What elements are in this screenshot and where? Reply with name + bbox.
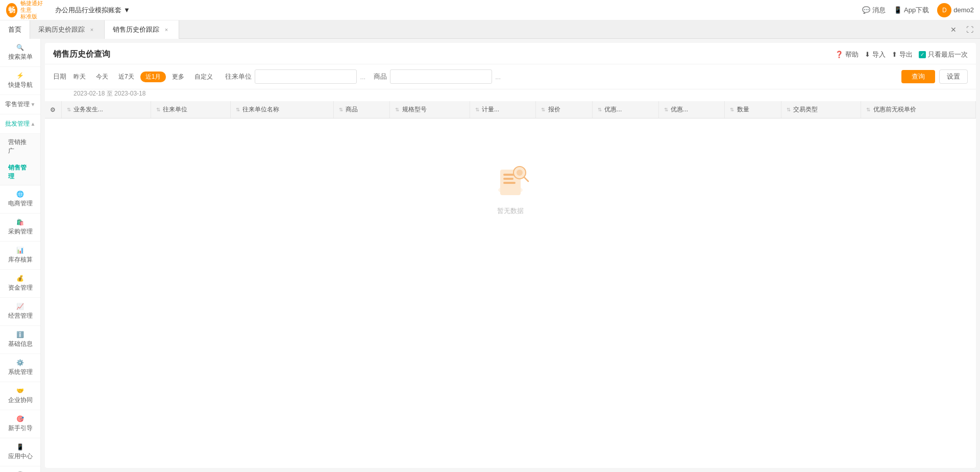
empty-state: 暂无数据 bbox=[45, 119, 976, 256]
message-button[interactable]: 💬 消息 bbox=[862, 6, 886, 15]
data-table: ⚙ ⇅ 业务发生... ⇅ 往来单位 ⇅ bbox=[45, 101, 976, 119]
search-icon: 🔍 bbox=[16, 44, 24, 51]
table-header: ⚙ ⇅ 业务发生... ⇅ 往来单位 ⇅ bbox=[45, 101, 976, 119]
th-partner-name[interactable]: ⇅ 往来单位名称 bbox=[230, 101, 333, 119]
logo-icon: 畅 bbox=[6, 3, 17, 17]
th-discount2[interactable]: ⇅ 优惠... bbox=[658, 101, 725, 119]
tab-bar-actions: ✕ ⛶ bbox=[947, 23, 980, 36]
sidebar-item-ecommerce[interactable]: 🌐 电商管理 bbox=[0, 185, 40, 214]
sidebar-item-quick-nav[interactable]: ⚡ 快捷导航 bbox=[0, 67, 40, 95]
gear-icon: ⚙ bbox=[50, 106, 56, 113]
sidebar-item-wechat[interactable]: 💬 企业微信 bbox=[0, 466, 40, 472]
logo-area: 畅 畅捷通好生意 标准版 bbox=[6, 0, 47, 20]
product-filter-label: 商品 bbox=[374, 72, 387, 81]
help-button[interactable]: ❓ 帮助 bbox=[835, 50, 859, 59]
basic-info-icon: ℹ️ bbox=[16, 331, 24, 338]
th-product[interactable]: ⇅ 商品 bbox=[333, 101, 390, 119]
tab-close-sales[interactable]: × bbox=[162, 26, 170, 34]
sidebar-item-search[interactable]: 🔍 搜索菜单 bbox=[0, 39, 40, 67]
page-content: 销售历史价查询 ❓ 帮助 ⬇ 导入 ⬆ 导出 ✓ bbox=[45, 43, 976, 468]
wholesale-submenu: 营销推广 销售管理 bbox=[0, 134, 40, 185]
export-icon: ⬆ bbox=[892, 51, 897, 58]
close-all-tabs-button[interactable]: ✕ bbox=[947, 23, 960, 36]
sidebar-item-wholesale[interactable]: 批发管理 ▲ bbox=[0, 114, 40, 134]
sort-icon: ⇅ bbox=[475, 107, 479, 112]
download-icon: 📱 bbox=[894, 6, 902, 14]
date-range-text: 2023-02-18 至 2023-03-18 bbox=[74, 90, 145, 97]
sidebar-item-purchase[interactable]: 🛍️ 采购管理 bbox=[0, 214, 40, 242]
industry-selector[interactable]: 办公用品行业模拟账套 ▼ bbox=[51, 4, 134, 17]
only-last-checkbox[interactable]: ✓ 只看最后一次 bbox=[919, 50, 968, 59]
sort-icon: ⇅ bbox=[156, 107, 160, 112]
sidebar-item-finance[interactable]: 💰 资金管理 bbox=[0, 270, 40, 298]
date-btn-yesterday[interactable]: 昨天 bbox=[69, 72, 90, 82]
tab-home[interactable]: 首页 bbox=[0, 20, 30, 39]
partner-dots[interactable]: ... bbox=[360, 73, 365, 81]
import-button[interactable]: ⬇ 导入 bbox=[865, 50, 886, 59]
enterprise-icon: 🤝 bbox=[16, 387, 24, 394]
table-header-row: ⚙ ⇅ 业务发生... ⇅ 往来单位 ⇅ bbox=[45, 101, 976, 119]
tab-purchase-history[interactable]: 采购历史价跟踪 × bbox=[30, 20, 105, 39]
th-spec[interactable]: ⇅ 规格型号 bbox=[390, 101, 470, 119]
date-btn-1month[interactable]: 近1月 bbox=[140, 72, 166, 82]
system-icon: ⚙️ bbox=[16, 359, 24, 366]
finance-icon: 💰 bbox=[16, 275, 24, 282]
user-menu[interactable]: D demo2 bbox=[937, 3, 974, 17]
partner-filter-group: 往来单位 ... bbox=[225, 69, 365, 84]
sidebar-item-marketing[interactable]: 营销推广 bbox=[0, 134, 40, 159]
message-icon: 💬 bbox=[862, 6, 870, 14]
sidebar-item-newbie[interactable]: 🎯 新手引导 bbox=[0, 410, 40, 438]
help-icon: ❓ bbox=[835, 51, 843, 58]
sidebar-item-retail[interactable]: 零售管理 ▼ bbox=[0, 95, 40, 114]
sidebar-item-enterprise[interactable]: 🤝 企业协同 bbox=[0, 382, 40, 410]
sort-icon: ⇅ bbox=[67, 107, 71, 112]
date-btn-today[interactable]: 今天 bbox=[92, 72, 112, 82]
purchase-icon: 🛍️ bbox=[16, 219, 24, 226]
date-btn-more[interactable]: 更多 bbox=[168, 72, 188, 82]
operations-icon: 📈 bbox=[16, 303, 24, 310]
tab-close-purchase[interactable]: × bbox=[88, 26, 96, 34]
th-unit[interactable]: ⇅ 计量... bbox=[470, 101, 536, 119]
filter-right-actions: 查询 设置 bbox=[901, 69, 968, 84]
chevron-down-icon: ▼ bbox=[31, 102, 36, 107]
date-buttons: 昨天 今天 近7天 近1月 更多 自定义 bbox=[69, 72, 217, 82]
query-button[interactable]: 查询 bbox=[901, 70, 935, 83]
inventory-icon: 📊 bbox=[16, 247, 24, 254]
sidebar-item-system[interactable]: ⚙️ 系统管理 bbox=[0, 354, 40, 382]
sidebar-item-app-center[interactable]: 📱 应用中心 bbox=[0, 438, 40, 466]
th-settings[interactable]: ⚙ bbox=[45, 101, 61, 119]
app-download-button[interactable]: 📱 App下载 bbox=[894, 6, 929, 15]
th-pre-tax-price[interactable]: ⇅ 优惠前无税单价 bbox=[861, 101, 976, 119]
partner-input[interactable] bbox=[255, 69, 357, 84]
sidebar-item-sales-mgmt[interactable]: 销售管理 bbox=[0, 159, 40, 185]
main-layout: 🔍 搜索菜单 ⚡ 快捷导航 零售管理 ▼ 批发管理 ▲ 营销推广 销售管理 🌐 … bbox=[0, 39, 980, 472]
th-quote[interactable]: ⇅ 报价 bbox=[536, 101, 593, 119]
date-btn-7days[interactable]: 近7天 bbox=[114, 72, 138, 82]
maximize-button[interactable]: ⛶ bbox=[964, 23, 976, 36]
filter-settings-button[interactable]: 设置 bbox=[939, 69, 968, 84]
date-btn-custom[interactable]: 自定义 bbox=[190, 72, 217, 82]
sort-icon: ⇅ bbox=[664, 107, 668, 112]
quick-nav-icon: ⚡ bbox=[16, 72, 24, 79]
svg-point-6 bbox=[517, 170, 523, 176]
sort-icon: ⇅ bbox=[395, 107, 399, 112]
th-partner-code[interactable]: ⇅ 往来单位 bbox=[151, 101, 230, 119]
sidebar-item-basic-info[interactable]: ℹ️ 基础信息 bbox=[0, 326, 40, 354]
page-header: 销售历史价查询 ❓ 帮助 ⬇ 导入 ⬆ 导出 ✓ bbox=[45, 43, 976, 64]
product-input[interactable] bbox=[390, 69, 492, 84]
page-actions: ❓ 帮助 ⬇ 导入 ⬆ 导出 ✓ 只看最后一次 bbox=[835, 50, 968, 59]
checkbox-checked-icon: ✓ bbox=[919, 51, 926, 58]
product-filter-group: 商品 ... bbox=[374, 69, 501, 84]
sort-icon: ⇅ bbox=[598, 107, 602, 112]
th-discount1[interactable]: ⇅ 优惠... bbox=[593, 101, 659, 119]
sidebar-item-operations[interactable]: 📈 经营管理 bbox=[0, 298, 40, 326]
export-button[interactable]: ⬆ 导出 bbox=[892, 50, 913, 59]
th-quantity[interactable]: ⇅ 数量 bbox=[725, 101, 781, 119]
th-biz-date[interactable]: ⇅ 业务发生... bbox=[61, 101, 151, 119]
product-dots[interactable]: ... bbox=[495, 73, 501, 81]
sidebar-item-inventory[interactable]: 📊 库存核算 bbox=[0, 242, 40, 270]
tab-bar: 首页 采购历史价跟踪 × 销售历史价跟踪 × ✕ ⛶ bbox=[0, 20, 980, 39]
svg-line-7 bbox=[524, 177, 528, 181]
tab-sales-history[interactable]: 销售历史价跟踪 × bbox=[105, 20, 179, 39]
th-trade-type[interactable]: ⇅ 交易类型 bbox=[781, 101, 861, 119]
